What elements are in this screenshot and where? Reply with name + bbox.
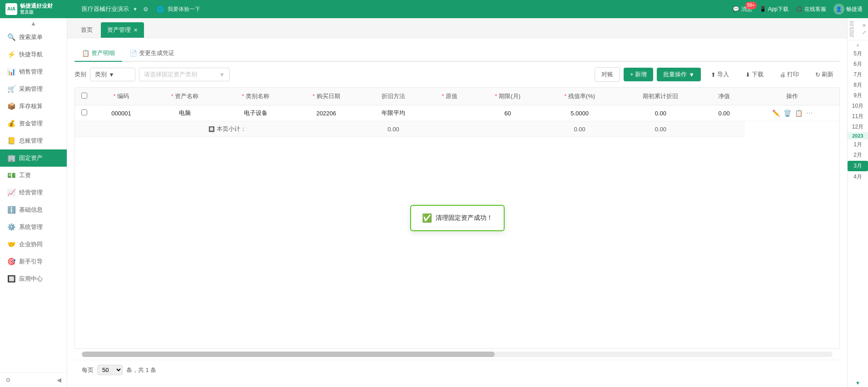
month-2[interactable]: 2月 xyxy=(848,150,868,160)
month-3-current[interactable]: 3月 xyxy=(848,161,868,171)
sidebar-item-ledger[interactable]: 📒 总账管理 xyxy=(0,132,67,149)
subtotal-period-empty xyxy=(425,121,474,137)
message-button[interactable]: 💬 消息 99+ xyxy=(733,5,752,13)
row-original-value xyxy=(425,105,474,121)
app-download-button[interactable]: 📱 App下载 xyxy=(759,5,789,13)
scroll-down-area[interactable]: ▼ xyxy=(854,379,862,387)
copy-icon[interactable]: 📋 xyxy=(795,109,803,117)
sidebar-item-label: 采购管理 xyxy=(19,85,43,93)
sidebar-collapse-icon[interactable]: ◀ xyxy=(57,377,61,383)
month-8[interactable]: 8月 xyxy=(848,80,868,90)
sidebar-item-quicknav[interactable]: ⚡ 快捷导航 xyxy=(0,46,67,63)
settings-icon[interactable]: ⚙ xyxy=(143,6,149,13)
search-icon: 🔍 xyxy=(7,33,15,41)
salary-icon: 💵 xyxy=(7,171,15,179)
header-net-value: 净值 xyxy=(703,88,745,105)
header-code: * 编码 xyxy=(93,88,149,105)
month-5[interactable]: 5月 xyxy=(848,49,868,59)
company-dropdown-icon[interactable]: ▼ xyxy=(133,6,138,12)
edit-icon[interactable]: ✏️ xyxy=(772,109,780,117)
scroll-up-icon[interactable]: ▲ xyxy=(855,42,860,47)
right-panel-close-icon[interactable]: ✕ xyxy=(862,23,866,29)
toolbar: 类别 类别 ▼ 请选择固定资产类别 ▼ 对账 xyxy=(74,67,840,82)
row-checkbox[interactable] xyxy=(81,109,87,115)
asset-detail-icon: 📋 xyxy=(82,50,89,57)
new-button[interactable]: + 新增 xyxy=(624,68,653,81)
sidebar-item-apps[interactable]: 🔲 应用中心 xyxy=(0,270,67,288)
enterprise-icon: 🤝 xyxy=(7,240,15,248)
sub-tab-change-voucher[interactable]: 📄 变更生成凭证 xyxy=(122,45,182,61)
sidebar-item-inventory[interactable]: 📦 库存核算 xyxy=(0,98,67,115)
message-badge: 99+ xyxy=(745,2,757,9)
reconcile-button[interactable]: 对账 xyxy=(595,67,620,82)
month-4[interactable]: 4月 xyxy=(848,172,868,182)
sidebar-item-sales[interactable]: 📊 销售管理 xyxy=(0,63,67,80)
tab-home-label: 首页 xyxy=(81,26,93,34)
month-12[interactable]: 12月 xyxy=(848,122,868,132)
sidebar-item-tutorial[interactable]: 🎯 新手引导 xyxy=(0,253,67,270)
horizontal-scrollbar[interactable] xyxy=(82,352,833,357)
month-1[interactable]: 1月 xyxy=(848,139,868,150)
toolbar-right: 对账 + 新增 批量操作 ▼ ⬆ 导入 xyxy=(595,67,840,82)
subtotal-rate-empty xyxy=(474,121,541,137)
tab-bar: 首页 资产管理 ✕ xyxy=(67,18,847,38)
tab-home[interactable]: 首页 xyxy=(74,22,99,38)
action-icons: ✏️ 🗑️ 📋 ⋯ xyxy=(750,109,834,117)
filter-label: 类别 xyxy=(74,70,86,79)
sidebar-scroll-up[interactable]: ▲ xyxy=(0,18,67,29)
sidebar-gear-icon[interactable]: ⚙ xyxy=(5,377,11,383)
scroll-up-area[interactable]: ▲ xyxy=(854,40,862,49)
category-select[interactable]: 类别 ▼ xyxy=(90,68,135,81)
experience-label[interactable]: 我要体验一下 xyxy=(168,5,200,13)
import-button[interactable]: ⬆ 导入 xyxy=(704,68,735,81)
user-menu[interactable]: 👤 畅捷通 xyxy=(833,4,863,15)
month-6[interactable]: 6月 xyxy=(848,59,868,69)
page-content: 📋 资产明细 📄 变更生成凭证 类别 类别 ▼ xyxy=(67,38,847,387)
scrollbar-thumb[interactable] xyxy=(82,352,495,357)
print-button[interactable]: 🖨 打印 xyxy=(774,68,805,81)
category-input[interactable]: 请选择固定资产类别 ▼ xyxy=(139,68,230,81)
sidebar-item-fixed-assets[interactable]: 🏢 固定资产 xyxy=(0,149,67,167)
sidebar-item-purchase[interactable]: 🛒 采购管理 xyxy=(0,80,67,98)
sidebar-item-operations[interactable]: 📈 经营管理 xyxy=(0,184,67,201)
select-all-checkbox[interactable] xyxy=(81,93,87,99)
sub-tab-asset-detail[interactable]: 📋 资产明细 xyxy=(74,45,122,62)
online-service-label: 在线客服 xyxy=(804,5,826,13)
tab-asset-management[interactable]: 资产管理 ✕ xyxy=(101,22,144,38)
batch-label: 批量操作 xyxy=(663,70,687,79)
row-residual-rate: 5.0000 xyxy=(541,105,618,121)
download-label: 下载 xyxy=(752,70,764,79)
sidebar-item-system[interactable]: ⚙️ 系统管理 xyxy=(0,218,67,236)
content-area: 首页 资产管理 ✕ 📋 资产明细 📄 变更生成凭证 xyxy=(67,18,847,387)
subtotal-label: 🔲 本页小计： xyxy=(93,121,362,137)
sidebar-item-label: 企业协同 xyxy=(19,240,43,248)
right-panel-header: 2023.03 ✕ ⤢ xyxy=(848,18,868,40)
main-layout: ▲ 🔍 搜索菜单 ⚡ 快捷导航 📊 销售管理 🛒 采购管理 📦 库存核算 💰 资… xyxy=(0,18,868,387)
row-checkbox-cell xyxy=(75,105,93,121)
month-10[interactable]: 10月 xyxy=(848,101,868,111)
row-depreciation-method: 年限平均 xyxy=(362,105,425,121)
sidebar-item-basic-info[interactable]: ℹ️ 基础信息 xyxy=(0,201,67,218)
refresh-button[interactable]: ↻ 刷新 xyxy=(809,68,840,81)
logo-text: AtA xyxy=(7,6,15,11)
tutorial-icon: 🎯 xyxy=(7,258,15,266)
batch-button[interactable]: 批量操作 ▼ xyxy=(657,68,701,81)
app-version: 普及版 xyxy=(20,9,53,15)
sidebar-item-salary[interactable]: 💵 工资 xyxy=(0,167,67,184)
header-name: * 资产名称 xyxy=(149,88,220,105)
online-service-button[interactable]: 🎧 在线客服 xyxy=(796,5,826,13)
sidebar-item-finance[interactable]: 💰 资金管理 xyxy=(0,115,67,132)
right-panel-expand-icon[interactable]: ⤢ xyxy=(862,30,866,35)
per-page-select[interactable]: 50 10 20 100 xyxy=(97,365,123,375)
month-11[interactable]: 11月 xyxy=(848,111,868,122)
download-button[interactable]: ⬇ 下载 xyxy=(739,68,770,81)
sidebar-item-enterprise[interactable]: 🤝 企业协同 xyxy=(0,236,67,253)
total-label: 条，共 1 条 xyxy=(126,366,156,374)
more-icon[interactable]: ⋯ xyxy=(806,109,813,117)
delete-icon[interactable]: 🗑️ xyxy=(784,109,791,117)
tab-close-icon[interactable]: ✕ xyxy=(134,27,138,33)
scroll-down-icon[interactable]: ▼ xyxy=(855,380,860,386)
month-9[interactable]: 9月 xyxy=(848,90,868,101)
month-7[interactable]: 7月 xyxy=(848,69,868,80)
sidebar-item-search[interactable]: 🔍 搜索菜单 xyxy=(0,29,67,46)
